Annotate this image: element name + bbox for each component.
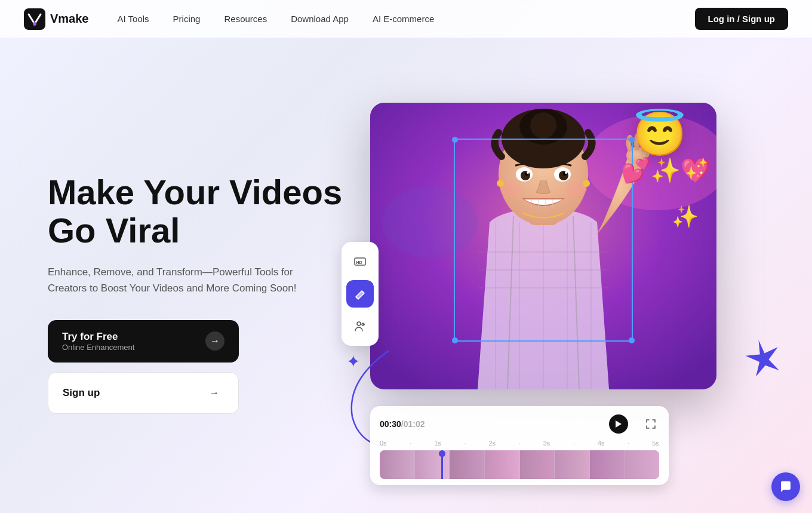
hd-tool-button[interactable]: HD <box>346 248 374 275</box>
nav-link-ai-tools[interactable]: AI Tools <box>118 14 149 24</box>
try-for-free-button[interactable]: Try for Free Online Enhancement → <box>48 320 239 363</box>
hero-section: Make Your Videos Go Viral Enhance, Remov… <box>0 38 812 513</box>
svg-point-1 <box>33 22 36 26</box>
svg-point-21 <box>565 171 567 174</box>
total-time-value: 01:02 <box>404 419 425 429</box>
hero-content: Make Your Videos Go Viral Enhance, Remov… <box>48 173 346 414</box>
try-for-free-text: Try for Free Online Enhancement <box>62 331 134 352</box>
main-video-card: 😇 💕✨💖 ✨ <box>370 103 716 389</box>
frame-cell-4 <box>485 450 520 479</box>
svg-point-8 <box>382 186 478 258</box>
chat-icon <box>779 480 792 493</box>
frame-cell-7 <box>590 450 625 479</box>
timeline-ruler: 0s · 1s · 2s · 3s · 4s · 5s <box>380 440 659 447</box>
login-signup-button[interactable]: Log in / Sign up <box>695 8 788 30</box>
svg-rect-0 <box>24 8 45 30</box>
try-free-arrow-icon: → <box>205 331 224 351</box>
nav-links: AI Tools Pricing Resources Download App … <box>118 14 695 24</box>
time-current: 00:30/01:02 <box>380 419 425 429</box>
fullscreen-button[interactable] <box>642 416 659 432</box>
try-for-free-label: Try for Free <box>62 331 134 343</box>
svg-point-25 <box>583 180 590 187</box>
nav-link-resources[interactable]: Resources <box>224 14 267 24</box>
nav-link-pricing[interactable]: Pricing <box>173 14 201 24</box>
svg-point-20 <box>527 171 529 174</box>
sign-up-label: Sign up <box>63 387 100 399</box>
current-time-value: 00:30 <box>380 419 401 429</box>
ruler-5s: 5s <box>652 440 659 447</box>
angel-emoji: 😇 <box>633 109 687 159</box>
person-icon <box>353 320 367 333</box>
brand-logo[interactable]: Vmake <box>24 8 89 30</box>
star-svg <box>741 335 785 379</box>
frame-cell-6 <box>555 450 590 479</box>
nav-link-download-app[interactable]: Download App <box>291 14 349 24</box>
chat-support-button[interactable] <box>771 472 800 501</box>
hd-icon: HD <box>353 255 367 268</box>
svg-point-24 <box>497 180 504 187</box>
navbar: Vmake AI Tools Pricing Resources Downloa… <box>0 0 812 38</box>
svg-text:HD: HD <box>356 260 362 265</box>
ruler-4s: 4s <box>598 440 605 447</box>
vmake-logo-icon <box>24 8 45 30</box>
sign-up-arrow-icon: → <box>205 383 224 403</box>
frame-cell-8 <box>625 450 659 479</box>
timeline-frames <box>380 450 659 479</box>
frame-cell-5 <box>520 450 555 479</box>
nav-link-ai-ecommerce[interactable]: AI E-commerce <box>373 14 434 24</box>
hearts-emoji: 💕✨💖 <box>621 156 710 185</box>
hero-title-line2: Go Viral <box>48 211 180 250</box>
ruler-3s: 3s <box>543 440 550 447</box>
hero-title: Make Your Videos Go Viral <box>48 173 346 250</box>
frame-cell-1 <box>380 450 415 479</box>
play-icon <box>615 420 622 428</box>
brand-name: Vmake <box>50 12 89 26</box>
ruler-0s: 0s <box>380 440 387 447</box>
ruler-2s: 2s <box>489 440 496 447</box>
svg-point-4 <box>357 322 361 325</box>
hero-title-line1: Make Your Videos <box>48 173 342 211</box>
timeline-strip[interactable] <box>380 450 659 479</box>
svg-point-13 <box>530 112 556 139</box>
online-enhancement-label: Online Enhancement <box>62 343 134 352</box>
blue-star-decoration <box>741 335 787 387</box>
eraser-tool-button[interactable] <box>346 280 374 308</box>
playhead[interactable] <box>441 450 443 479</box>
sparkle-star-emoji: ✨ <box>672 204 699 229</box>
hero-visual: ✦ ✦ HD <box>334 85 764 503</box>
timeline-controls: 00:30/01:02 <box>380 414 659 434</box>
frame-cell-3 <box>450 450 485 479</box>
ruler-1s: 1s <box>434 440 441 447</box>
play-button[interactable] <box>609 414 628 434</box>
hero-subtitle: Enhance, Remove, and Transform—Powerful … <box>48 264 299 296</box>
video-toolbar: HD <box>342 242 379 346</box>
fullscreen-icon <box>645 419 656 429</box>
person-tool-button[interactable] <box>346 312 374 340</box>
sign-up-button[interactable]: Sign up → <box>48 372 239 414</box>
eraser-icon <box>353 287 367 300</box>
video-timeline-card: 00:30/01:02 <box>370 406 669 485</box>
